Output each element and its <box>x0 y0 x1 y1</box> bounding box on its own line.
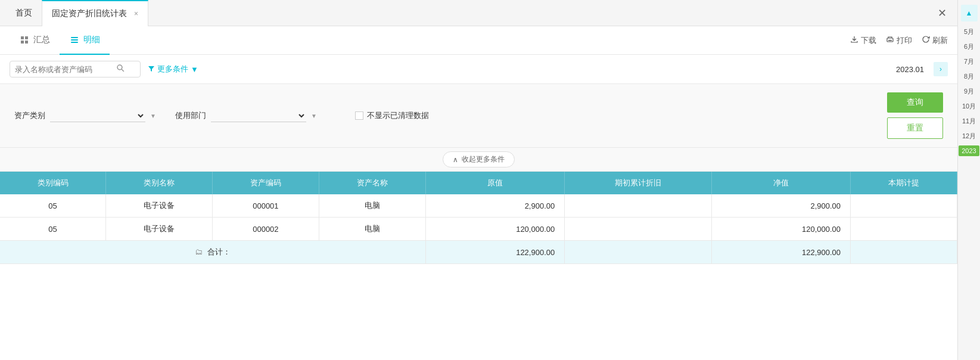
asset-category-arrow: ▼ <box>150 113 156 119</box>
col-current-depreciation: 本期计提 <box>851 172 957 194</box>
department-filter: 使用部门 ▼ <box>175 109 317 122</box>
table-wrap: 类别编码 类别名称 资产编码 资产名称 原值 期初累计折旧 净值 本期计提 05… <box>0 172 957 360</box>
row2-category-code: 05 <box>0 218 106 241</box>
more-filter-label: 更多条件 <box>157 64 188 75</box>
sidebar-month-12[interactable]: 12月 <box>961 129 977 143</box>
filter-bar: 更多条件 ▼ 2023.01 › <box>0 55 957 84</box>
tab-close-button[interactable]: × <box>134 10 138 18</box>
row2-category-name: 电子设备 <box>106 218 213 241</box>
svg-rect-4 <box>71 37 78 38</box>
svg-point-9 <box>117 65 122 70</box>
filter-icon <box>148 65 155 74</box>
svg-rect-0 <box>21 36 24 39</box>
total-current-depreciation <box>851 241 957 264</box>
tab-summary-label: 汇总 <box>33 35 50 45</box>
total-row: 🗂 合计： 122,900.00 122,900.00 <box>0 241 957 264</box>
refresh-label: 刷新 <box>932 35 948 46</box>
row2-asset-name: 电脑 <box>319 218 425 241</box>
table-row: 05 电子设备 000001 电脑 2,900.00 2,900.00 <box>0 194 957 218</box>
row1-category-code: 05 <box>0 194 106 218</box>
year-badge[interactable]: 2023 <box>959 145 979 156</box>
collapse-bar: ∧ 收起更多条件 <box>0 148 957 172</box>
scroll-right-button[interactable]: › <box>934 62 948 76</box>
asset-category-select[interactable] <box>50 109 145 122</box>
toolbar: 汇总 明细 下载 <box>0 26 957 55</box>
row1-asset-code: 000001 <box>212 194 319 218</box>
more-filter-arrow: ▼ <box>191 65 198 74</box>
total-accumulated-depreciation <box>565 241 711 264</box>
col-category-name: 类别名称 <box>106 172 213 194</box>
print-icon <box>886 35 894 45</box>
print-button[interactable]: 打印 <box>886 35 912 46</box>
sidebar-month-9[interactable]: 9月 <box>963 85 975 98</box>
print-label: 打印 <box>897 35 912 46</box>
hide-cleared-label: 不显示已清理数据 <box>367 110 429 121</box>
tab-bar: 首页 固定资产折旧统计表 × ✕ <box>0 0 957 26</box>
date-display: 2023.01 <box>896 65 924 74</box>
sidebar-month-7[interactable]: 7月 <box>963 55 975 69</box>
tab-home[interactable]: 首页 <box>6 0 42 26</box>
row1-original-value: 2,900.00 <box>425 194 565 218</box>
svg-rect-5 <box>71 39 78 41</box>
total-label: 合计： <box>207 247 231 256</box>
table-row: 05 电子设备 000002 电脑 120,000.00 120,000.00 <box>0 218 957 241</box>
tab-detail-label: 明细 <box>83 35 100 45</box>
col-asset-code: 资产编码 <box>212 172 319 194</box>
download-button[interactable]: 下载 <box>850 35 876 46</box>
svg-rect-8 <box>888 40 892 41</box>
row2-original-value: 120,000.00 <box>425 218 565 241</box>
sidebar-month-6[interactable]: 6月 <box>963 40 975 54</box>
refresh-icon <box>922 35 930 45</box>
tab-summary[interactable]: 汇总 <box>10 26 60 55</box>
refresh-button[interactable]: 刷新 <box>922 35 948 46</box>
window-close-button[interactable]: ✕ <box>933 4 951 22</box>
query-button[interactable]: 查询 <box>887 92 943 113</box>
summary-icon <box>19 35 30 45</box>
department-select[interactable] <box>211 109 306 122</box>
row1-category-name: 电子设备 <box>106 194 213 218</box>
filter-row-1: 资产类别 ▼ 使用部门 ▼ 不显示已清理数据 查询 重置 <box>14 92 943 139</box>
col-category-code: 类别编码 <box>0 172 106 194</box>
row2-current-depreciation <box>851 218 957 241</box>
row2-accumulated-depreciation <box>565 218 711 241</box>
tab-active[interactable]: 固定资产折旧统计表 × <box>42 0 148 26</box>
toolbar-actions: 下载 打印 刷新 <box>850 35 948 46</box>
asset-category-filter: 资产类别 ▼ <box>14 109 156 122</box>
department-label: 使用部门 <box>175 110 206 121</box>
scroll-up-icon: ▲ <box>966 9 973 17</box>
sidebar-month-8[interactable]: 8月 <box>963 70 975 83</box>
download-icon <box>850 35 858 45</box>
sidebar-scroll-up[interactable]: ▲ <box>961 5 978 21</box>
hide-cleared-filter: 不显示已清理数据 <box>355 110 429 121</box>
svg-rect-1 <box>25 36 28 39</box>
row2-asset-code: 000002 <box>212 218 319 241</box>
row1-asset-name: 电脑 <box>319 194 425 218</box>
sidebar-month-11[interactable]: 11月 <box>961 114 977 128</box>
more-filter-button[interactable]: 更多条件 ▼ <box>148 64 198 75</box>
total-icon: 🗂 <box>195 247 203 256</box>
filter-actions: 查询 重置 <box>887 92 943 139</box>
asset-category-label: 资产类别 <box>14 110 45 121</box>
reset-button[interactable]: 重置 <box>887 117 943 139</box>
search-icon[interactable] <box>116 64 125 75</box>
hide-cleared-checkbox[interactable] <box>355 111 363 120</box>
row1-net-value: 2,900.00 <box>711 194 851 218</box>
collapse-up-icon: ∧ <box>453 156 458 164</box>
download-label: 下载 <box>861 35 876 46</box>
right-sidebar: ▲ 5月 6月 7月 8月 9月 10月 11月 12月 2023 <box>957 0 980 360</box>
table-header-row: 类别编码 类别名称 资产编码 资产名称 原值 期初累计折旧 净值 本期计提 <box>0 172 957 194</box>
collapse-label: 收起更多条件 <box>462 154 505 165</box>
search-input[interactable] <box>15 65 116 74</box>
total-label-cell: 🗂 合计： <box>0 241 425 264</box>
collapse-button[interactable]: ∧ 收起更多条件 <box>443 151 515 167</box>
data-table: 类别编码 类别名称 资产编码 资产名称 原值 期初累计折旧 净值 本期计提 05… <box>0 172 957 264</box>
row1-current-depreciation <box>851 194 957 218</box>
row1-accumulated-depreciation <box>565 194 711 218</box>
detail-icon <box>69 35 80 45</box>
sidebar-month-5[interactable]: 5月 <box>963 25 975 39</box>
search-wrap <box>10 61 141 77</box>
col-accumulated-depreciation: 期初累计折旧 <box>565 172 711 194</box>
tab-detail[interactable]: 明细 <box>60 26 110 55</box>
sidebar-month-10[interactable]: 10月 <box>961 100 977 113</box>
row2-net-value: 120,000.00 <box>711 218 851 241</box>
